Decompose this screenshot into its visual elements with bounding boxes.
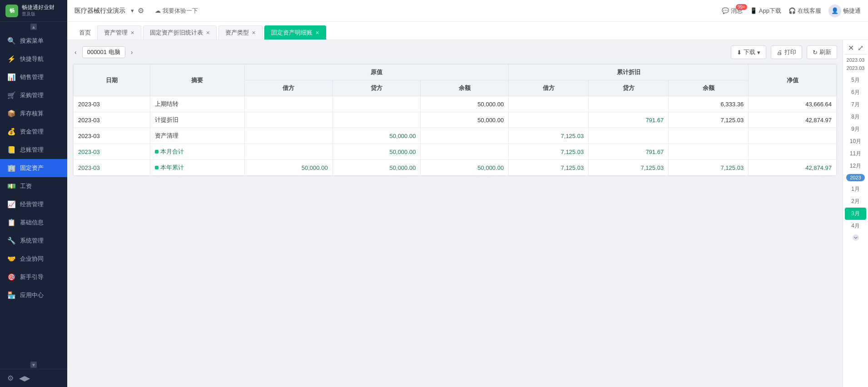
sidebar-item-app-center[interactable]: 🏪 应用中心 xyxy=(0,286,67,304)
summary-icon xyxy=(155,166,159,169)
close-panel-icon[interactable]: ✕ xyxy=(848,44,854,52)
tab-label: 固定资产折旧统计表 xyxy=(150,29,203,37)
messages-button[interactable]: 💬 消息 99+ xyxy=(722,7,743,15)
tab-asset-type[interactable]: 资产类型 ✕ xyxy=(218,25,263,40)
cell-dep-credit: 7,125.03 xyxy=(589,160,669,176)
tab-label: 固定资产明细账 xyxy=(271,29,312,37)
app-download-button[interactable]: 📱 App下载 xyxy=(750,7,781,15)
timeline-date2: 2023.03 xyxy=(847,64,865,73)
cell-dep-credit: 791.67 xyxy=(589,144,669,160)
tab-depreciation-stats[interactable]: 固定资产折旧统计表 ✕ xyxy=(143,25,217,40)
cell-summary: 计提折旧 xyxy=(150,112,244,128)
cell-dep-debit xyxy=(509,96,589,112)
tab-asset-management[interactable]: 资产管理 ✕ xyxy=(97,25,141,40)
sidebar-item-purchase[interactable]: 🛒 采购管理 xyxy=(0,86,67,104)
sidebar-item-general-ledger[interactable]: 📒 总账管理 xyxy=(0,141,67,159)
timeline-month-5[interactable]: 5月 xyxy=(843,74,868,86)
download-dropdown-icon[interactable]: ▾ xyxy=(757,49,760,56)
sidebar-item-label: 工资 xyxy=(20,182,32,190)
operations-icon: 📈 xyxy=(7,200,15,208)
scroll-down-indicator[interactable]: ▼ xyxy=(31,362,36,367)
cell-orig-debit xyxy=(244,96,332,112)
sidebar-item-system[interactable]: 🔧 系统管理 xyxy=(0,232,67,250)
refresh-label: 刷新 xyxy=(819,48,831,56)
col-orig-balance: 余额 xyxy=(421,80,509,96)
sidebar-item-label: 系统管理 xyxy=(20,237,44,245)
timeline-month-8[interactable]: 8月 xyxy=(843,111,868,123)
cell-orig-credit: 50,000.00 xyxy=(332,128,421,144)
cell-net-value: 42,874.97 xyxy=(749,160,837,176)
timeline-month-6[interactable]: 6月 xyxy=(843,86,868,99)
timeline-month-12[interactable]: 12月 xyxy=(843,160,868,172)
sidebar-bottom: ⚙ ◀▶ xyxy=(0,369,67,387)
sidebar-item-inventory[interactable]: 📦 库存核算 xyxy=(0,104,67,123)
sidebar-item-label: 搜索菜单 xyxy=(20,37,44,45)
svg-point-0 xyxy=(853,234,859,241)
sidebar-item-sales[interactable]: 📊 销售管理 xyxy=(0,68,67,86)
timeline-month-1[interactable]: 1月 xyxy=(843,183,868,195)
cell-dep-credit xyxy=(589,128,669,144)
next-arrow[interactable]: › xyxy=(129,48,135,57)
collapse-icon[interactable]: ◀▶ xyxy=(19,374,30,382)
col-dep-debit: 借方 xyxy=(509,80,589,96)
scroll-up-indicator[interactable]: ▲ xyxy=(31,25,36,30)
timeline-month-10[interactable]: 10月 xyxy=(843,135,868,148)
sidebar-item-label: 新手引导 xyxy=(20,273,44,281)
cell-dep-balance: 7,125.03 xyxy=(669,112,749,128)
customer-service-button[interactable]: 🎧 在线客服 xyxy=(789,7,821,15)
sidebar-item-label: 基础信息 xyxy=(20,218,44,227)
tab-home[interactable]: 首页 xyxy=(74,26,95,40)
tab-close-icon[interactable]: ✕ xyxy=(206,30,210,36)
sidebar-item-quick-nav[interactable]: ⚡ 快捷导航 xyxy=(0,50,67,68)
basic-info-icon: 📋 xyxy=(7,218,15,227)
customer-service-icon: 🎧 xyxy=(789,7,796,14)
cell-dep-credit xyxy=(589,96,669,112)
cell-net-value xyxy=(749,144,837,160)
main-area: 医疗器械行业演示 ▾ ⚙ ☁ 我要体验一下 💬 消息 99+ 📱 App下载 🎧… xyxy=(67,0,868,387)
cell-date: 2023-03 xyxy=(74,96,150,112)
print-label: 打印 xyxy=(784,48,796,56)
table-row: 2023-03 计提折旧 50,000.00 791.67 7,125.03 4… xyxy=(74,112,837,128)
timeline-month-2[interactable]: 2月 xyxy=(843,195,868,208)
sidebar-item-finance[interactable]: 💰 资金管理 xyxy=(0,123,67,141)
asset-detail-table: 日期 摘要 原值 累计折旧 净值 借方 贷方 余额 借方 贷方 余额 xyxy=(73,64,837,176)
download-button[interactable]: ⬇ 下载 ▾ xyxy=(731,45,766,59)
sidebar-item-operations[interactable]: 📈 经营管理 xyxy=(0,195,67,213)
sales-icon: 📊 xyxy=(7,73,15,81)
timeline-month-11[interactable]: 11月 xyxy=(843,148,868,160)
toolbar-right: ⬇ 下载 ▾ 🖨 打印 ↻ 刷新 xyxy=(731,45,837,59)
timeline-month-4[interactable]: 4月 xyxy=(843,220,868,232)
sidebar-item-enterprise[interactable]: 🤝 企业协同 xyxy=(0,250,67,268)
asset-code-box: 000001 电脑 xyxy=(82,46,125,58)
settings-icon[interactable]: ⚙ xyxy=(7,374,14,382)
timeline-month-9[interactable]: 9月 xyxy=(843,123,868,135)
col-dep-credit: 贷方 xyxy=(589,80,669,96)
cell-summary: 本月合计 xyxy=(150,144,244,160)
cell-net-value: 42,874.97 xyxy=(749,112,837,128)
timeline-panel: ✕ ⤢ 2023.03 2023.03 5月 6月 7月 8月 9月 10月 1… xyxy=(843,40,868,387)
refresh-button[interactable]: ↻ 刷新 xyxy=(807,45,837,59)
sidebar-item-basic-info[interactable]: 📋 基础信息 xyxy=(0,213,67,232)
sidebar-item-guide[interactable]: 🎯 新手引导 xyxy=(0,268,67,286)
tab-close-icon[interactable]: ✕ xyxy=(130,30,134,36)
timeline-month-3-active[interactable]: 3月 xyxy=(845,208,866,220)
settings-gear-icon[interactable]: ⚙ xyxy=(138,6,144,15)
timeline-month-7[interactable]: 7月 xyxy=(843,99,868,111)
sidebar-item-search[interactable]: 🔍 搜索菜单 xyxy=(0,32,67,50)
tab-close-icon[interactable]: ✕ xyxy=(252,30,256,36)
user-button[interactable]: 👤 畅捷通 xyxy=(828,5,861,17)
timeline-scroll-down[interactable] xyxy=(843,232,868,243)
cell-orig-debit xyxy=(244,128,332,144)
expand-panel-icon[interactable]: ⤢ xyxy=(858,44,863,52)
tab-asset-detail-ledger[interactable]: 固定资产明细账 ✕ xyxy=(264,25,326,40)
cell-date: 2023-03 xyxy=(74,128,150,144)
tab-close-icon[interactable]: ✕ xyxy=(315,30,319,36)
sidebar-item-fixed-assets[interactable]: 🏢 固定资产 xyxy=(0,159,67,177)
prev-arrow[interactable]: ‹ xyxy=(73,48,79,57)
company-dropdown-icon[interactable]: ▾ xyxy=(131,7,134,14)
sidebar-item-payroll[interactable]: 💵 工资 xyxy=(0,177,67,195)
sidebar-item-label: 经营管理 xyxy=(20,200,44,208)
sidebar-item-label: 固定资产 xyxy=(20,164,44,172)
cell-orig-credit: 50,000.00 xyxy=(332,144,421,160)
print-button[interactable]: 🖨 打印 xyxy=(771,45,802,59)
